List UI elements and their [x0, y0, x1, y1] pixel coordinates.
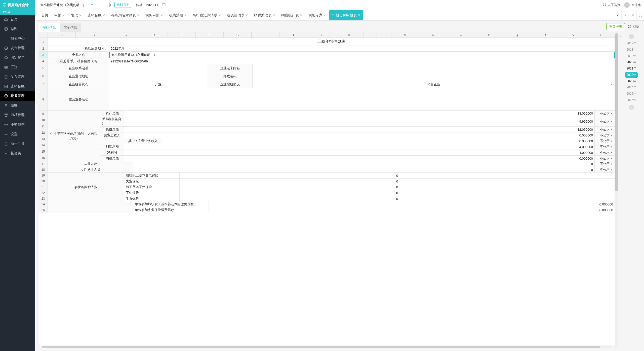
column-header[interactable]: L [364, 32, 391, 38]
main-income-value[interactable]: 0.000000 [162, 138, 595, 144]
fullscreen-button[interactable] [636, 10, 644, 21]
period-value[interactable]: 2023-11 [146, 3, 158, 7]
base-value[interactable]: 0.000000 [209, 201, 615, 207]
year-option[interactable]: 2022年 [625, 72, 638, 78]
publish-dropdown[interactable]: 不公示 [595, 132, 615, 138]
column-header[interactable]: N [419, 32, 447, 38]
close-icon[interactable]: ✕ [358, 14, 360, 17]
asset-row-value[interactable]: -4.000000 [124, 150, 595, 155]
tab-3[interactable]: 进销台账✕ [85, 10, 108, 20]
sidebar-item-1[interactable]: 总账 [0, 24, 35, 34]
subtab-other-info[interactable]: 其他信息 [60, 23, 81, 32]
sidebar-item-4[interactable]: 固定资产 [0, 53, 35, 62]
column-header[interactable]: G [224, 32, 252, 38]
column-header[interactable]: O [447, 32, 475, 38]
calendar-icon[interactable] [162, 3, 166, 7]
column-header[interactable]: R [531, 32, 559, 38]
tab-2[interactable]: 发票✕ [68, 10, 85, 20]
year-option[interactable]: 2023年 [625, 78, 638, 84]
year-prev-button[interactable] [629, 34, 634, 39]
row-header[interactable]: 10 [39, 117, 48, 123]
sidebar-item-11[interactable]: 小畅报销 [0, 120, 35, 129]
column-header[interactable]: S [559, 32, 587, 38]
asset-row-value[interactable]: 12.050000 [124, 127, 595, 132]
column-header[interactable]: M [391, 32, 419, 38]
sidebar-item-13[interactable]: 新手引导 [0, 139, 35, 149]
sidebar-item-5[interactable]: 工资 [0, 62, 35, 72]
tab-12[interactable]: 年报信息申报表✕ [329, 10, 363, 20]
row-header[interactable]: 20 [39, 179, 48, 184]
addr-value[interactable] [109, 72, 207, 80]
asset-row-value[interactable]: 18.050000 [124, 111, 595, 116]
publish-dropdown[interactable]: 不公示 [595, 116, 615, 126]
close-icon[interactable]: ✕ [184, 14, 187, 17]
row-header[interactable]: 11 [39, 123, 48, 129]
row-header[interactable]: 7 [39, 80, 48, 88]
publish-dropdown[interactable]: 不公示 [595, 144, 615, 150]
reg-no-value[interactable]: 91320811MA7NGR2W6R [109, 58, 615, 64]
grid-body[interactable]: 1 工商年报信息表 2 税款所属期间： 2022年度 3 [39, 38, 615, 345]
sidebar-item-12[interactable]: 设置 [0, 129, 35, 139]
close-icon[interactable]: ✕ [137, 14, 139, 17]
settings-button[interactable] [106, 2, 112, 8]
tab-4[interactable]: 存货别名对照表✕ [108, 10, 142, 20]
sidebar-item-10[interactable]: 归档管理 [0, 110, 35, 120]
phone-value[interactable] [109, 64, 207, 72]
tab-5[interactable]: 税务申报✕ [142, 10, 166, 20]
account-selector[interactable]: 刘小艳演示账套（勿删勿动！）1 [38, 2, 96, 8]
company-name-input[interactable]: 刘小艳演示账套（勿删勿动！）1 [109, 52, 615, 58]
main-biz-value[interactable] [109, 88, 615, 110]
collapse-year-panel-button[interactable] [618, 34, 622, 39]
row-header[interactable]: 18 [39, 167, 48, 172]
subtab-basic-info[interactable]: 基础信息 [39, 23, 60, 32]
publish-dropdown[interactable]: 不公示 [595, 150, 615, 155]
close-icon[interactable]: ✕ [218, 14, 221, 17]
sidebar-item-6[interactable]: 发票管理 [0, 72, 35, 82]
insurance-value[interactable]: 0 [180, 173, 615, 178]
year-next-button[interactable] [629, 105, 634, 110]
column-header[interactable]: J [307, 32, 335, 38]
sidebar-item-2[interactable]: 报表中心 [0, 34, 35, 43]
close-icon[interactable]: ✕ [300, 14, 302, 17]
vertical-scrollbar[interactable] [615, 32, 618, 348]
row-header[interactable]: 17 [39, 161, 48, 167]
column-header[interactable]: P [475, 32, 503, 38]
asset-row-value[interactable]: 9.992000 [124, 116, 595, 126]
publish-dropdown[interactable]: 不公示 [595, 156, 615, 161]
row-header[interactable]: 25 [39, 207, 48, 213]
row-header[interactable]: 19 [39, 173, 48, 179]
asset-row-value[interactable]: 0.000000 [124, 156, 595, 161]
year-option[interactable]: 2021年 [625, 65, 638, 72]
row-header[interactable]: 5 [39, 64, 48, 72]
status-dropdown[interactable]: 开业 [109, 80, 207, 88]
select-all-corner[interactable] [39, 32, 48, 38]
column-header[interactable]: H [252, 32, 279, 38]
sidebar-item-14[interactable]: 畅会员 [0, 149, 35, 158]
sidebar-item-7[interactable]: 进销台账 [0, 82, 35, 91]
close-icon[interactable]: ✕ [103, 14, 105, 17]
holding-dropdown[interactable]: 私营企业 [253, 80, 615, 88]
tabs-close-button[interactable] [629, 10, 636, 21]
tab-7[interactable]: 所得税汇算清缴✕ [190, 10, 224, 20]
tabs-next-button[interactable] [621, 10, 629, 21]
sidebar-item-0[interactable]: 首页 [0, 15, 35, 24]
row-header[interactable]: 15 [39, 149, 48, 155]
column-header[interactable]: T [587, 32, 615, 38]
switch-old-version-button[interactable]: 切到旧版 [114, 2, 131, 8]
row-header[interactable]: 24 [39, 201, 48, 207]
female-value[interactable]: 0 [133, 167, 595, 172]
insurance-value[interactable]: 0 [180, 179, 615, 184]
row-header[interactable]: 14 [39, 142, 48, 149]
row-header[interactable]: 13 [39, 136, 48, 142]
tab-11[interactable]: 税检专家✕ [305, 10, 329, 20]
column-header[interactable]: I [279, 32, 307, 38]
row-header[interactable]: 2 [39, 46, 48, 51]
user-menu[interactable]: 徐泽华 [624, 2, 641, 8]
column-header[interactable]: K [335, 32, 363, 38]
close-icon[interactable]: ✕ [79, 14, 82, 17]
publish-dropdown[interactable]: 不公示 [595, 111, 615, 116]
column-header[interactable]: B [76, 32, 112, 38]
column-header[interactable]: A [48, 32, 76, 38]
add-account-button[interactable] [98, 2, 104, 8]
tab-10[interactable]: 纳税统计表✕ [278, 10, 305, 20]
